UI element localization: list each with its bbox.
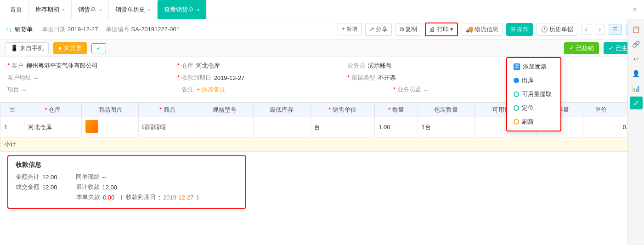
doc-toolbar: ↑↓ 销货单 单据日期 2019-12-27 单据编号 SA-20191227-… <box>0 19 644 40</box>
toolbar-actions: + 新增 ↗ 分享 ⧉ 复制 🖨 打印 ▾ 🚚 物流信息 ⊞ 操作 <box>338 23 638 36</box>
same-order-settle-label: 同单现结 <box>76 173 100 181</box>
col-qty: 数量 <box>375 103 418 117</box>
staff2-value: -- <box>424 86 428 93</box>
amount-total-item: 金额合计 12.00 <box>16 173 57 181</box>
warehouse-value: 河北仓库 <box>196 62 220 70</box>
new-button[interactable]: + 新增 <box>338 23 362 35</box>
tab-home[interactable]: 首页 <box>4 0 29 19</box>
tab-close-check-sales-order[interactable]: × <box>197 7 199 12</box>
dropdown-refresh[interactable]: 刷新 <box>507 115 560 129</box>
doc-date-value: 2019-12-27 <box>68 26 98 33</box>
sidebar-icon-4[interactable]: 👤 <box>630 67 643 80</box>
operation-dropdown: 票 添加发票 出库 可用量提取 定位 刷新 <box>506 57 561 131</box>
grid-view-button-1[interactable]: ☰ <box>609 24 622 35</box>
dropdown-locate[interactable]: 定位 <box>507 101 560 115</box>
payment-info-box: 收款信息 金额合计 12.00 同单现结 -- 成交金额 12.00 累计收款 … <box>7 155 246 209</box>
dropdown-add-invoice[interactable]: 票 添加发票 <box>507 60 560 74</box>
staff2-label: 业务员孟 <box>393 85 421 94</box>
sidebar-icon-3[interactable]: ↩ <box>630 52 643 65</box>
cell-min-stock <box>253 117 311 137</box>
due-date-label: 收款到期日 <box>126 193 156 201</box>
customer-label: 客户 <box>7 62 23 70</box>
doc-number-label: 单据编号 <box>106 25 130 34</box>
tab-close-sales-order-history[interactable]: × <box>148 7 151 12</box>
sold-icon: ✓ <box>569 45 574 51</box>
dropdown-available-qty[interactable]: 可用量提取 <box>507 87 560 101</box>
col-min-stock: 最低库存 <box>253 103 311 117</box>
same-order-settle-value: -- <box>102 174 107 181</box>
copy-button[interactable]: ⧉ 复制 <box>395 23 421 36</box>
window-close-button[interactable]: × <box>626 0 644 19</box>
transaction-amount-value: 12.00 <box>42 184 57 191</box>
locate-icon <box>514 105 519 111</box>
tab-check-sales-order[interactable]: 查看销货单 × <box>158 0 206 19</box>
nav-next-button[interactable]: › <box>595 24 605 35</box>
amount-total-label: 金额合计 <box>16 173 40 181</box>
print-dropdown-icon: ▾ <box>450 26 453 33</box>
tab-close-inventory-init[interactable]: × <box>62 7 65 12</box>
subtotal-label: 小计 <box>0 137 644 152</box>
history-button[interactable]: 🕐 历史单据 <box>537 23 577 36</box>
sidebar-icon-5[interactable]: 📊 <box>630 82 643 95</box>
doc-number-value: SA-20191227-001 <box>131 26 180 33</box>
share-button[interactable]: ↗ 分享 <box>365 23 392 36</box>
warehouse-field: 仓库 河北仓库 <box>177 62 338 70</box>
doc-meta: 单据日期 2019-12-27 单据编号 SA-20191227-001 <box>42 25 338 34</box>
payment-date-field: 收款到期日 2019-12-27 <box>177 74 338 82</box>
doc-type-label: 销货单 <box>15 25 33 34</box>
sidebar-icon-expand[interactable]: ⤢ <box>630 97 643 109</box>
cell-product: 嘻嘻嘻嘻 <box>139 117 196 137</box>
staff-field: 业务员 演示账号 <box>347 62 467 70</box>
transaction-amount-label: 成交金额 <box>16 183 40 191</box>
cell-unit: 台 <box>311 117 375 137</box>
customer-field: 客户 柳州粤港平安气体有限公司 <box>7 62 168 70</box>
cumulative-receipt-label: 累计收款 <box>76 183 100 191</box>
cell-warehouse: 河北仓库 <box>24 117 82 137</box>
col-product: 商品 <box>139 103 196 117</box>
tab-bar: 首页 库存期初 × 销货单 × 销货单历史 × 查看销货单 × × <box>0 0 644 19</box>
doc-title: ↑↓ 销货单 <box>6 25 33 34</box>
not-open-button[interactable]: ● 未开票 <box>53 42 87 54</box>
print-button[interactable]: 🖨 打印 ▾ <box>425 23 458 36</box>
tab-sales-order[interactable]: 销货单 × <box>72 0 108 19</box>
current-arrears-label: 本单欠款 <box>76 193 100 201</box>
due-date-info: （ <box>117 193 123 201</box>
right-sidebar: 📋 🔗 ↩ 👤 📊 ⤢ <box>627 19 644 245</box>
sidebar-icon-2[interactable]: 🔗 <box>630 38 643 51</box>
check-icon-button[interactable]: ✓ <box>91 43 106 53</box>
sold-button[interactable]: ✓ 已核销 <box>564 42 599 54</box>
cell-spec <box>196 117 253 137</box>
tab-close-sales-order[interactable]: × <box>99 7 102 12</box>
payment-date-value: 2019-12-27 <box>214 74 245 81</box>
remark-field: 备注 + 添加备注 <box>182 85 301 94</box>
ticket-type-field: 票据类型 不开票 <box>347 74 467 82</box>
customer-value: 柳州粤港平安气体有限公司 <box>26 62 98 70</box>
due-date-colon: : <box>158 194 160 201</box>
tab-inventory-init[interactable]: 库存期初 × <box>29 0 72 19</box>
sidebar-icon-1[interactable]: 📋 <box>630 23 643 36</box>
col-unit: 销售单位 <box>311 103 375 117</box>
tab-sales-order-history[interactable]: 销货单历史 × <box>109 0 158 19</box>
truck-icon: 🚚 <box>466 26 473 33</box>
payment-row-2: 成交金额 12.00 累计收款 12.00 <box>16 183 238 191</box>
nav-prev-button[interactable]: ‹ <box>581 24 591 35</box>
operation-button[interactable]: ⊞ 操作 <box>506 23 533 36</box>
add-remark-button[interactable]: + 添加备注 <box>197 85 226 94</box>
staff2-field: 业务员孟 -- <box>393 85 513 94</box>
cell-image <box>81 117 139 137</box>
doc-area: ↑↓ 销货单 单据日期 2019-12-27 单据编号 SA-20191227-… <box>0 19 644 245</box>
dropdown-warehouse-out[interactable]: 出库 <box>507 74 560 87</box>
warehouse-label: 仓库 <box>177 62 193 70</box>
address-field: 客户地址 -- <box>7 74 168 82</box>
doc-type-icon: ↑↓ <box>6 26 12 33</box>
amount-total-value: 12.00 <box>42 174 57 181</box>
cumulative-receipt-value: 12.00 <box>102 184 118 191</box>
from-phone-button[interactable]: 📱 来自手机 <box>6 42 49 54</box>
project-field: 项目 -- <box>7 85 127 94</box>
staff-value: 演示账号 <box>368 62 392 70</box>
col-spec: 规格型号 <box>196 103 253 117</box>
payment-row-3: 本单欠款 0.00 （ 收款到期日 : 2019-12-27 ） <box>16 193 238 201</box>
print-icon: 🖨 <box>429 26 435 33</box>
transaction-amount-item: 成交金额 12.00 <box>16 183 57 191</box>
logistics-button[interactable]: 🚚 物流信息 <box>462 23 503 36</box>
